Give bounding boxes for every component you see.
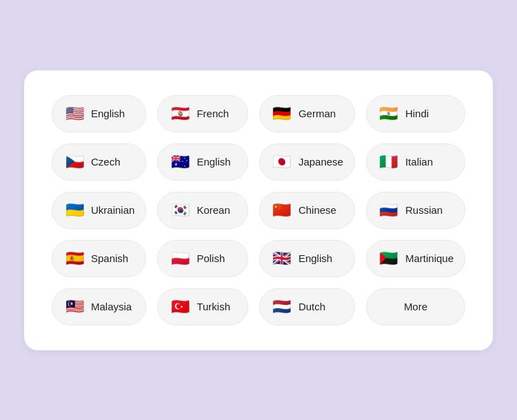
language-button-martinique[interactable]: 🇲🇶Martinique (366, 240, 465, 277)
language-label-english-gb: English (298, 252, 332, 264)
language-button-spanish[interactable]: 🇪🇸Spanish (52, 240, 146, 277)
language-button-dutch[interactable]: 🇳🇱Dutch (259, 288, 355, 326)
language-label-italian: Italian (405, 156, 433, 168)
language-label-dutch: Dutch (298, 301, 325, 312)
language-button-russian[interactable]: 🇷🇺Russian (366, 192, 465, 229)
language-button-english-us[interactable]: 🇺🇸English (52, 95, 146, 132)
flag-icon-hindi: 🇮🇳 (378, 103, 400, 125)
language-selector-card: 🇺🇸English🇵🇫French🇩🇪German🇮🇳Hindi🇨🇿Czech🇦… (24, 70, 493, 350)
flag-icon-martinique: 🇲🇶 (378, 248, 400, 270)
language-button-english-gb[interactable]: 🇬🇧English (259, 240, 355, 277)
language-button-hindi[interactable]: 🇮🇳Hindi (366, 95, 465, 132)
flag-icon-russian: 🇷🇺 (378, 199, 400, 221)
flag-icon-czech: 🇨🇿 (63, 151, 85, 173)
language-button-korean[interactable]: 🇰🇷Korean (157, 192, 248, 229)
language-label-english-us: English (91, 108, 125, 119)
flag-icon-english-au: 🇦🇺 (169, 151, 191, 173)
language-label-malaysia: Malaysia (91, 301, 132, 312)
language-label-english-au: English (196, 156, 230, 168)
language-button-more[interactable]: More (366, 288, 465, 326)
language-button-czech[interactable]: 🇨🇿Czech (52, 143, 146, 181)
flag-icon-dutch: 🇳🇱 (271, 296, 293, 318)
language-button-french[interactable]: 🇵🇫French (157, 95, 248, 132)
language-label-hindi: Hindi (405, 108, 429, 119)
flag-icon-english-gb: 🇬🇧 (271, 248, 293, 270)
language-label-chinese: Chinese (298, 204, 336, 216)
language-button-german[interactable]: 🇩🇪German (259, 95, 355, 132)
language-label-russian: Russian (405, 204, 443, 216)
language-label-czech: Czech (91, 156, 121, 168)
flag-icon-turkish: 🇹🇷 (169, 296, 191, 318)
flag-icon-malaysia: 🇲🇾 (63, 296, 85, 318)
language-button-polish[interactable]: 🇵🇱Polish (157, 240, 248, 277)
flag-icon-ukrainian: 🇺🇦 (63, 199, 85, 221)
flag-icon-english-us: 🇺🇸 (63, 103, 85, 125)
language-button-italian[interactable]: 🇮🇹Italian (366, 143, 465, 181)
flag-icon-polish: 🇵🇱 (169, 248, 191, 270)
language-button-chinese[interactable]: 🇨🇳Chinese (259, 192, 355, 229)
language-label-ukrainian: Ukrainian (91, 204, 134, 216)
language-grid: 🇺🇸English🇵🇫French🇩🇪German🇮🇳Hindi🇨🇿Czech🇦… (52, 95, 465, 326)
flag-icon-spanish: 🇪🇸 (63, 248, 85, 270)
language-label-german: German (298, 108, 336, 119)
language-button-japanese[interactable]: 🇯🇵Japanese (259, 143, 355, 181)
language-button-malaysia[interactable]: 🇲🇾Malaysia (52, 288, 146, 326)
language-button-turkish[interactable]: 🇹🇷Turkish (157, 288, 248, 326)
flag-icon-chinese: 🇨🇳 (271, 199, 293, 221)
language-label-korean: Korean (196, 204, 230, 216)
language-label-more: More (404, 301, 427, 312)
flag-icon-german: 🇩🇪 (271, 103, 293, 125)
flag-icon-korean: 🇰🇷 (169, 199, 191, 221)
language-label-japanese: Japanese (298, 156, 343, 168)
language-label-turkish: Turkish (196, 301, 230, 312)
language-label-martinique: Martinique (405, 252, 454, 264)
language-label-polish: Polish (196, 252, 225, 264)
language-button-english-au[interactable]: 🇦🇺English (157, 143, 248, 181)
language-button-ukrainian[interactable]: 🇺🇦Ukrainian (52, 192, 146, 229)
language-label-french: French (196, 108, 229, 119)
flag-icon-japanese: 🇯🇵 (271, 151, 293, 173)
flag-icon-french: 🇵🇫 (169, 103, 191, 125)
flag-icon-italian: 🇮🇹 (378, 151, 400, 173)
language-label-spanish: Spanish (91, 252, 128, 264)
